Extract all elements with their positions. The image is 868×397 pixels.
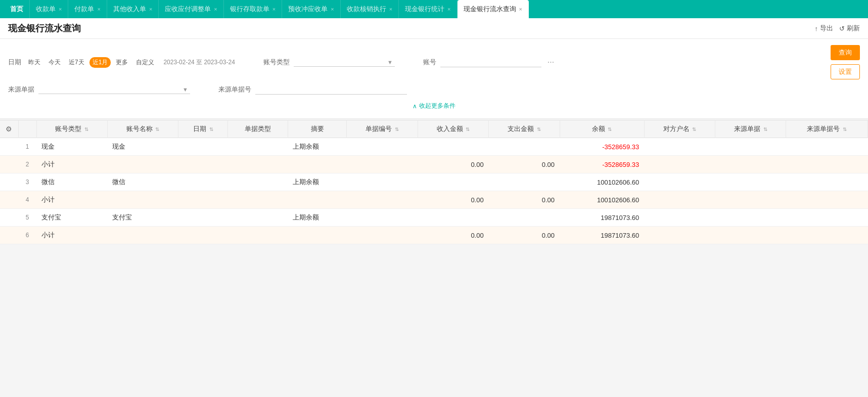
date-option-today[interactable]: 今天 <box>45 57 64 68</box>
cell-source-doc-5 <box>715 227 786 244</box>
table-row[interactable]: 5 支付宝 支付宝 上期余额 19871073.60 <box>0 209 868 227</box>
table-row[interactable]: 4 小计 0.00 0.00 100102606.60 <box>0 191 868 209</box>
table-row[interactable]: 6 小计 0.00 0.00 19871073.60 <box>0 227 868 244</box>
settings-button[interactable]: 设置 <box>831 64 860 79</box>
nav-tab-payment-close[interactable]: × <box>97 6 100 12</box>
query-button[interactable]: 查询 <box>831 45 860 60</box>
nav-tab-bank-deposit-close[interactable]: × <box>272 6 276 12</box>
cell-expense-5: 0.00 <box>489 227 560 244</box>
table-row[interactable]: 2 小计 0.00 0.00 -3528659.33 <box>0 156 868 173</box>
col-source-doc[interactable]: 来源单据 ⇅ <box>715 120 786 138</box>
cell-income-1: 0.00 <box>418 156 488 173</box>
cell-gear-1 <box>0 156 18 173</box>
nav-tab-payment-label: 付款单 <box>74 5 94 14</box>
cell-date-0 <box>178 138 228 156</box>
gear-icon[interactable]: ⚙ <box>6 125 12 133</box>
source-doc-no-input[interactable] <box>255 84 407 95</box>
cell-summary-4: 上期余额 <box>288 209 347 227</box>
cell-source-doc-1 <box>715 156 786 173</box>
nav-tab-ar-adjust[interactable]: 应收应付调整单 × <box>159 0 223 18</box>
nav-tab-cash-bank-flow-close[interactable]: × <box>519 6 522 12</box>
cell-expense-4 <box>489 209 560 227</box>
export-button[interactable]: ↑ 导出 <box>815 24 834 33</box>
refresh-icon: ↺ <box>839 25 845 32</box>
nav-tab-payment[interactable]: 付款单 × <box>68 0 107 18</box>
cell-expense-1: 0.00 <box>489 156 560 173</box>
cell-source-doc-0 <box>715 138 786 156</box>
nav-tab-advance-offset-close[interactable]: × <box>331 6 334 12</box>
col-counterparty-sort-icon: ⇅ <box>692 126 696 132</box>
refresh-button[interactable]: ↺ 刷新 <box>839 24 860 33</box>
cell-doc-no-1 <box>347 156 418 173</box>
filter-area: 日期 昨天 今天 近7天 近1月 更多 自定义 2023-02-24 至 202… <box>0 39 868 119</box>
cell-expense-0 <box>489 138 560 156</box>
col-account-type-label: 账号类型 <box>55 125 81 133</box>
nav-tab-cash-bank-stats[interactable]: 现金银行统计 × <box>399 0 457 18</box>
date-option-7days[interactable]: 近7天 <box>66 57 87 68</box>
nav-tab-collection-verify[interactable]: 收款核销执行 × <box>341 0 399 18</box>
cell-counterparty-4 <box>644 209 715 227</box>
col-source-doc-no[interactable]: 来源单据号 ⇅ <box>786 120 868 138</box>
cell-income-5: 0.00 <box>418 227 488 244</box>
col-income[interactable]: 收入金额 ⇅ <box>418 120 488 138</box>
table-row[interactable]: 3 微信 微信 上期余额 100102606.60 <box>0 173 868 191</box>
date-option-yesterday[interactable]: 昨天 <box>25 57 43 68</box>
nav-tab-advance-offset-label: 预收冲应收单 <box>288 5 328 14</box>
nav-tab-cash-bank-stats-label: 现金银行统计 <box>405 5 444 14</box>
col-account-type[interactable]: 账号类型 ⇅ <box>36 120 107 138</box>
col-source-doc-no-sort-icon: ⇅ <box>843 126 847 132</box>
account-input[interactable] <box>440 57 541 67</box>
data-table: ⚙ 账号类型 ⇅ 账号名称 ⇅ 日期 ⇅ 单据类型 <box>0 120 868 244</box>
nav-tab-collection-verify-label: 收款核销执行 <box>347 5 386 14</box>
nav-tab-other-income-close[interactable]: × <box>149 6 152 12</box>
date-option-1month[interactable]: 近1月 <box>89 57 111 68</box>
col-account-name-label: 账号名称 <box>126 125 153 133</box>
cell-account-type-4: 支付宝 <box>36 209 107 227</box>
col-expense-label: 支出金额 <box>508 125 534 133</box>
nav-tab-receipt[interactable]: 收款单 × <box>30 0 68 18</box>
col-expense[interactable]: 支出金额 ⇅ <box>489 120 560 138</box>
source-doc-select[interactable]: ▼ <box>38 85 190 94</box>
date-range-display: 2023-02-24 至 2023-03-24 <box>163 58 235 67</box>
col-source-doc-no-label: 来源单据号 <box>807 125 840 133</box>
col-balance[interactable]: 余额 ⇅ <box>560 120 644 138</box>
filter-row-1: 日期 昨天 今天 近7天 近1月 更多 自定义 2023-02-24 至 202… <box>8 45 860 79</box>
cell-doc-type-1 <box>228 156 288 173</box>
cell-account-name-4: 支付宝 <box>107 209 178 227</box>
collapse-bar[interactable]: ∧ 收起更多条件 <box>8 100 860 112</box>
account-type-select[interactable]: ▼ <box>294 58 395 67</box>
col-date-label: 日期 <box>193 125 206 133</box>
nav-tab-receipt-close[interactable]: × <box>59 6 62 12</box>
nav-tab-collection-verify-close[interactable]: × <box>389 6 392 12</box>
cell-seq-4: 5 <box>18 209 36 227</box>
nav-tab-home[interactable]: 首页 <box>4 0 30 18</box>
col-doc-no[interactable]: 单据编号 ⇅ <box>347 120 418 138</box>
nav-tab-home-label: 首页 <box>10 5 23 14</box>
cell-summary-5 <box>288 227 347 244</box>
date-option-custom[interactable]: 自定义 <box>133 57 157 68</box>
cell-seq-0: 1 <box>18 138 36 156</box>
date-option-more[interactable]: 更多 <box>113 57 131 68</box>
cell-doc-type-4 <box>228 209 288 227</box>
nav-tab-ar-adjust-close[interactable]: × <box>214 6 217 12</box>
col-counterparty[interactable]: 对方户名 ⇅ <box>644 120 715 138</box>
date-filter-group: 日期 昨天 今天 近7天 近1月 更多 自定义 2023-02-24 至 202… <box>8 57 235 68</box>
cell-account-type-0: 现金 <box>36 138 107 156</box>
cell-gear-0 <box>0 138 18 156</box>
cell-seq-5: 6 <box>18 227 36 244</box>
nav-tab-cash-bank-flow[interactable]: 现金银行流水查询 × <box>458 0 529 18</box>
nav-tab-advance-offset[interactable]: 预收冲应收单 × <box>282 0 340 18</box>
col-date[interactable]: 日期 ⇅ <box>178 120 228 138</box>
table-header-row: ⚙ 账号类型 ⇅ 账号名称 ⇅ 日期 ⇅ 单据类型 <box>0 120 868 138</box>
nav-tab-other-income[interactable]: 其他收入单 × <box>107 0 159 18</box>
col-account-name[interactable]: 账号名称 ⇅ <box>107 120 178 138</box>
cell-balance-0: -3528659.33 <box>560 138 644 156</box>
collapse-label: 收起更多条件 <box>419 102 455 110</box>
table-body: 1 现金 现金 上期余额 -3528659.33 2 小计 0.00 0.00 … <box>0 138 868 244</box>
account-dots-icon[interactable]: ··· <box>547 58 554 67</box>
source-doc-label: 来源单据 <box>8 85 34 94</box>
table-row[interactable]: 1 现金 现金 上期余额 -3528659.33 <box>0 138 868 156</box>
nav-tab-bank-deposit[interactable]: 银行存取款单 × <box>224 0 282 18</box>
nav-tab-cash-bank-stats-close[interactable]: × <box>447 6 450 12</box>
cell-doc-no-5 <box>347 227 418 244</box>
